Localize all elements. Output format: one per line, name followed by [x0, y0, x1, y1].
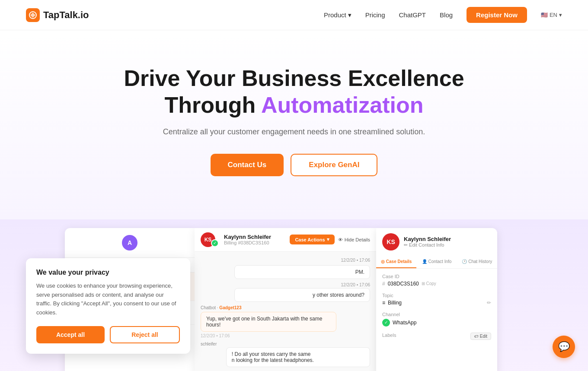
account-icon: A [122, 235, 137, 251]
cookie-title: We value your privacy [36, 269, 180, 276]
edit-contact-link[interactable]: ✏ Edit Contact Info [404, 242, 451, 248]
hero-title: Drive Your Business Excellence Through A… [9, 65, 579, 119]
chevron-down-icon: ▾ [348, 11, 352, 19]
case-actions-button[interactable]: Case Actions ▾ [290, 235, 334, 244]
whatsapp-channel-icon: ✓ [382, 319, 390, 327]
tab-case-details[interactable]: ◎ Case Details [376, 256, 416, 268]
case-id-field: Case ID # 038DC3S160 ⊞ Copy [382, 274, 491, 287]
chat-billing: Billing #038DC3S160 [224, 240, 271, 245]
sender-label: schleifer [201, 342, 370, 346]
case-contact-name: Kaylynn Schleifer [404, 236, 451, 242]
channel-label: Channel [382, 312, 491, 317]
chat-messages: 12/2/20 • 17:06 PM. 12/2/20 • 17:06 y ot… [195, 252, 376, 371]
nav-chatgpt[interactable]: ChatGPT [399, 11, 426, 19]
hide-details-button[interactable]: 👁 Hide Details [338, 237, 370, 242]
labels-field: Labels 🏷 Edit [382, 333, 491, 340]
case-body: Case ID # 038DC3S160 ⊞ Copy Topic ≡ Bill… [376, 269, 497, 351]
message-timestamp: 12/2/20 • 17:06 [201, 258, 370, 263]
chat-panel: KS ✓ Kaylynn Schleifer Billing #038DC3S1… [195, 228, 376, 371]
list-icon: ≡ [382, 300, 385, 306]
accept-all-button[interactable]: Accept all [36, 326, 105, 343]
message-bubble-2: y other stores around? [234, 288, 370, 302]
contact-us-button[interactable]: Contact Us [211, 154, 284, 176]
flag-icon: 🇺🇸 [541, 12, 548, 18]
case-avatar: KS [382, 233, 399, 251]
nav-product[interactable]: Product ▾ [324, 11, 352, 19]
contact-icon: 👤 [422, 259, 427, 264]
chatbot-label: Chatbot · Gadget123 [201, 305, 370, 310]
chat-fab-button[interactable]: 💬 [553, 336, 575, 358]
nav-links: Product ▾ Pricing ChatGPT Blog Register … [324, 7, 562, 23]
language-selector[interactable]: 🇺🇸 EN ▾ [541, 12, 562, 18]
case-id-label: Case ID [382, 274, 491, 279]
tag-icon: 🏷 [474, 334, 479, 339]
chat-username: Kaylynn Schleifer [224, 234, 271, 240]
hero-section: Drive Your Business Excellence Through A… [0, 30, 588, 219]
tab-chat-history[interactable]: 🕐 Chat History [457, 256, 497, 268]
edit-labels-button[interactable]: 🏷 Edit [470, 333, 491, 340]
chat-bubble-icon: 💬 [558, 341, 570, 352]
chevron-down-icon: ▾ [327, 237, 329, 242]
nav-blog[interactable]: Blog [440, 11, 453, 19]
case-details-panel: KS Kaylynn Schleifer ✏ Edit Contact Info… [376, 228, 497, 371]
message-bubble: PM. [234, 265, 370, 279]
cookie-banner: We value your privacy We use cookies to … [26, 258, 190, 354]
navbar: TapTalk.io Product ▾ Pricing ChatGPT Blo… [0, 0, 588, 30]
channel-value: ✓ WhatsApp [382, 319, 491, 327]
hero-cta-buttons: Contact Us Explore GenAI [9, 154, 579, 176]
edit-icon: ✏ [404, 242, 408, 247]
bot-message-bubble: Yup, we've got one in South Jakarta with… [201, 312, 336, 332]
tab-contact-info[interactable]: 👤 Contact Info [416, 256, 457, 268]
labels-label: Labels [382, 333, 396, 338]
topic-field: Topic ≡ Billing ✏ [382, 293, 491, 306]
reject-all-button[interactable]: Reject all [110, 326, 180, 343]
nav-pricing[interactable]: Pricing [365, 11, 385, 19]
message-bubble-3: ! Do all your stores carry the samen loo… [226, 347, 370, 367]
register-button[interactable]: Register Now [467, 7, 527, 23]
logo-icon [26, 8, 40, 22]
logo[interactable]: TapTalk.io [26, 8, 89, 22]
case-tabs: ◎ Case Details 👤 Contact Info 🕐 Chat His… [376, 256, 497, 269]
history-icon: 🕐 [462, 259, 467, 264]
copy-icon[interactable]: ⊞ Copy [422, 281, 436, 286]
topic-edit-icon[interactable]: ✏ [487, 300, 491, 306]
message-time: 12/2/20 • 17:06 [201, 282, 370, 287]
cookie-buttons: Accept all Reject all [36, 326, 180, 343]
whatsapp-overlay-icon: ✓ [211, 239, 219, 247]
labels-header: Labels 🏷 Edit [382, 333, 491, 340]
chat-header: KS ✓ Kaylynn Schleifer Billing #038DC3S1… [195, 228, 376, 252]
case-header: KS Kaylynn Schleifer ✏ Edit Contact Info [376, 228, 497, 256]
cookie-text: We use cookies to enhance your browsing … [36, 282, 180, 317]
eye-icon: 👁 [338, 237, 343, 242]
case-id-value: # 038DC3S160 ⊞ Copy [382, 281, 491, 287]
explore-genai-button[interactable]: Explore GenAI [291, 154, 377, 176]
case-details-icon: ◎ [381, 259, 385, 264]
topic-value: ≡ Billing ✏ [382, 300, 491, 306]
hero-subtitle: Centralize all your customer engagement … [143, 127, 445, 136]
chevron-down-icon: ▾ [559, 12, 562, 18]
channel-field: Channel ✓ WhatsApp [382, 312, 491, 327]
chat-user-info: KS ✓ Kaylynn Schleifer Billing #038DC3S1… [201, 232, 271, 247]
hash-icon: # [382, 281, 385, 287]
topic-label: Topic [382, 293, 491, 298]
bot-message-time: 12/2/20 • 17:06 [201, 333, 370, 338]
